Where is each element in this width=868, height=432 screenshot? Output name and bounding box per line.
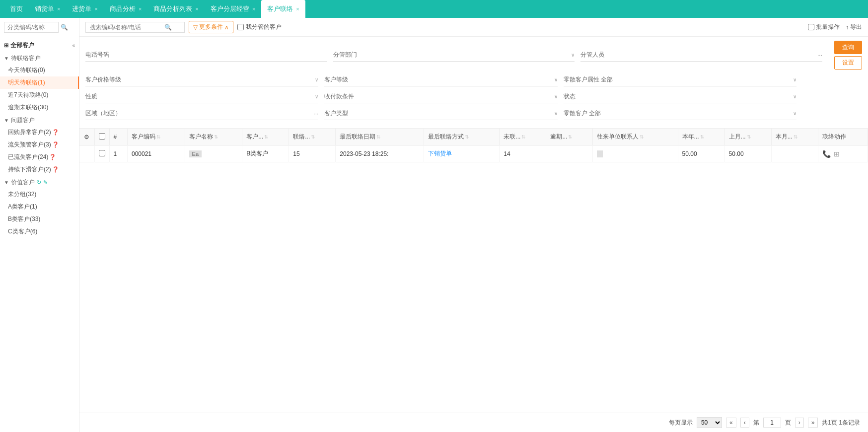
filter-row-1: 电话号码 分管部门 ∨ 分管人员 ··· bbox=[85, 41, 862, 70]
nav-purchase-order[interactable]: 进货单 × bbox=[66, 0, 103, 18]
sidebar-item-tomorrow-contact[interactable]: 明天待联络(1) bbox=[0, 76, 79, 89]
filter-payment-terms: 收付款条件 ∨ bbox=[324, 90, 557, 103]
phone-action-icon[interactable]: 📞 bbox=[822, 150, 831, 158]
next-page-button[interactable]: › bbox=[795, 418, 804, 428]
filter-person-select[interactable]: ··· bbox=[614, 52, 822, 59]
sort-unit-contacts-icon[interactable]: ⇅ bbox=[640, 134, 644, 140]
nav-customer-stratification[interactable]: 客户分层经营 × bbox=[205, 0, 261, 18]
sidebar-item-today-contact[interactable]: 今天待联络(0) bbox=[0, 64, 79, 76]
filter-retail-attr-label: 零散客户属性 全部 bbox=[564, 75, 613, 84]
filter-payment-select[interactable]: ∨ bbox=[358, 94, 557, 99]
close-product-analysis-list-icon[interactable]: × bbox=[195, 6, 198, 12]
first-page-button[interactable]: « bbox=[726, 418, 736, 428]
filter-price-level: 客户价格等级 ∨ bbox=[85, 73, 318, 86]
refresh-value-icon[interactable]: ↻ bbox=[37, 179, 41, 186]
table-header: ⚙ # 客户编码 ⇅ 客户名称 ⇅ bbox=[79, 129, 868, 145]
setting-button[interactable]: 设置 bbox=[834, 56, 862, 70]
sidebar-search-icon[interactable]: 🔍 bbox=[61, 24, 68, 31]
last-page-button[interactable]: » bbox=[808, 418, 818, 428]
last-contact-method-link[interactable]: 下销货单 bbox=[428, 150, 452, 157]
gear-icon[interactable]: ⚙ bbox=[84, 134, 89, 141]
page-suffix: 页 bbox=[785, 419, 791, 427]
sort-overdue-icon[interactable]: ⇅ bbox=[568, 134, 572, 140]
sidebar-item-ungrouped[interactable]: 未分组(32) bbox=[0, 188, 79, 201]
sort-type-icon[interactable]: ⇅ bbox=[264, 134, 268, 140]
sort-this-year-icon[interactable]: ⇅ bbox=[700, 134, 704, 140]
table-container: ⚙ # 客户编码 ⇅ 客户名称 ⇅ bbox=[79, 129, 868, 413]
batch-operation-button[interactable]: 批量操作 bbox=[808, 23, 840, 31]
sidebar-item-class-a[interactable]: A类客户(1) bbox=[0, 201, 79, 213]
sort-method-icon[interactable]: ⇅ bbox=[465, 134, 469, 140]
nav-customer-contact[interactable]: 客户联络 × bbox=[261, 0, 305, 18]
search-button[interactable]: 🔍 bbox=[164, 24, 172, 31]
query-button[interactable]: 查询 bbox=[834, 41, 862, 54]
collapse-sidebar-icon[interactable]: « bbox=[72, 43, 75, 48]
sort-not-contacted-icon[interactable]: ⇅ bbox=[521, 134, 525, 140]
nav-product-analysis-list[interactable]: 商品分析列表 × bbox=[147, 0, 204, 18]
grid-icon: ⊞ bbox=[4, 42, 8, 49]
group-pending-contact[interactable]: ▼ 待联络客户 bbox=[0, 52, 79, 64]
sidebar-item-class-b[interactable]: B类客户(33) bbox=[0, 213, 79, 225]
sidebar-item-class-c[interactable]: C类客户(6) bbox=[0, 225, 79, 238]
row-overdue bbox=[546, 145, 593, 162]
toolbar-right: 批量操作 ↑ 导出 bbox=[808, 23, 862, 31]
export-icon: ↑ bbox=[846, 24, 849, 31]
sidebar-search-input[interactable] bbox=[4, 22, 59, 33]
col-gear[interactable]: ⚙ bbox=[79, 129, 94, 145]
page-size-select[interactable]: 50 100 bbox=[697, 417, 722, 428]
filter-customer-level-select[interactable]: ∨ bbox=[358, 77, 557, 82]
search-input[interactable] bbox=[90, 24, 164, 31]
edit-value-icon[interactable]: ✎ bbox=[43, 179, 48, 186]
group-value-customers[interactable]: ▼ 价值客户 ↻ ✎ bbox=[0, 176, 79, 188]
filter-retail-attr-select[interactable]: ∨ bbox=[617, 77, 796, 82]
group-problem-customers[interactable]: ▼ 问题客户 bbox=[0, 114, 79, 126]
filter-region-select[interactable]: ··· bbox=[125, 110, 318, 117]
sort-contacts-icon[interactable]: ⇅ bbox=[311, 134, 315, 140]
sidebar-item-overdue-contact[interactable]: 逾期未联络(30) bbox=[0, 101, 79, 114]
filter-department: 分管部门 ∨ bbox=[333, 49, 575, 62]
filter-region: 区域（地区） ··· bbox=[85, 107, 318, 120]
my-customers-checkbox[interactable] bbox=[237, 24, 244, 30]
export-button[interactable]: ↑ 导出 bbox=[846, 23, 862, 31]
more-action-icon[interactable]: ⊞ bbox=[834, 150, 840, 158]
col-unit-contacts: 往来单位联系人 ⇅ bbox=[593, 129, 678, 145]
filter-department-select[interactable]: ∨ bbox=[367, 52, 575, 58]
dots-person-icon[interactable]: ··· bbox=[817, 52, 822, 59]
close-customer-stratification-icon[interactable]: × bbox=[252, 6, 255, 12]
filter-retail-customer-select[interactable]: ∨ bbox=[605, 111, 796, 116]
close-customer-contact-icon[interactable]: × bbox=[296, 6, 299, 12]
filter-nature-select[interactable]: ∨ bbox=[119, 94, 318, 99]
more-conditions-button[interactable]: ▽ 更多条件 ∧ bbox=[189, 21, 233, 33]
dots-region-icon[interactable]: ··· bbox=[313, 110, 318, 117]
sort-code-icon[interactable]: ⇅ bbox=[156, 134, 160, 140]
nav-sales-order[interactable]: 销货单 × bbox=[29, 0, 66, 18]
close-purchase-order-icon[interactable]: × bbox=[94, 6, 97, 12]
sidebar-item-repurchase-abnormal[interactable]: 回购异常客户(2) ❓ bbox=[0, 126, 79, 139]
sidebar-item-churn-warning[interactable]: 流失预警客户(3) ❓ bbox=[0, 139, 79, 151]
table-row: 1 000021 Ea B类客户 15 2023-05-23 18:25: 下销… bbox=[79, 145, 868, 162]
page-number-input[interactable] bbox=[763, 418, 781, 428]
nav-product-analysis[interactable]: 商品分析 × bbox=[104, 0, 147, 18]
filter-customer-type-select[interactable]: ∨ bbox=[358, 111, 557, 116]
filter-price-level-select[interactable]: ∨ bbox=[125, 77, 318, 82]
chevron-down-type-icon: ∨ bbox=[554, 111, 558, 116]
close-product-analysis-icon[interactable]: × bbox=[139, 6, 142, 12]
top-nav: 首页 销货单 × 进货单 × 商品分析 × 商品分析列表 × 客户分层经营 × … bbox=[0, 0, 868, 18]
filter-phone-input[interactable] bbox=[119, 52, 327, 59]
filter-status-select[interactable]: ∨ bbox=[597, 94, 796, 99]
prev-page-button[interactable]: ‹ bbox=[740, 418, 749, 428]
sidebar-item-churned[interactable]: 已流失客户(24) ❓ bbox=[0, 151, 79, 163]
close-sales-order-icon[interactable]: × bbox=[57, 6, 60, 12]
row-contacts: 15 bbox=[289, 145, 336, 162]
select-all-checkbox[interactable] bbox=[99, 133, 105, 140]
sort-name-icon[interactable]: ⇅ bbox=[214, 134, 218, 140]
sort-date-icon[interactable]: ⇅ bbox=[376, 134, 380, 140]
sidebar-item-7days-contact[interactable]: 近7天待联络(0) bbox=[0, 89, 79, 101]
row-checkbox[interactable] bbox=[99, 150, 105, 156]
batch-op-checkbox[interactable] bbox=[808, 24, 814, 30]
nav-home[interactable]: 首页 bbox=[4, 0, 29, 18]
sidebar-item-declining[interactable]: 持续下滑客户(2) ❓ bbox=[0, 163, 79, 176]
sort-last-month-icon[interactable]: ⇅ bbox=[747, 134, 751, 140]
sort-this-month-icon[interactable]: ⇅ bbox=[794, 134, 797, 140]
col-not-contacted: 未联... ⇅ bbox=[500, 129, 546, 145]
